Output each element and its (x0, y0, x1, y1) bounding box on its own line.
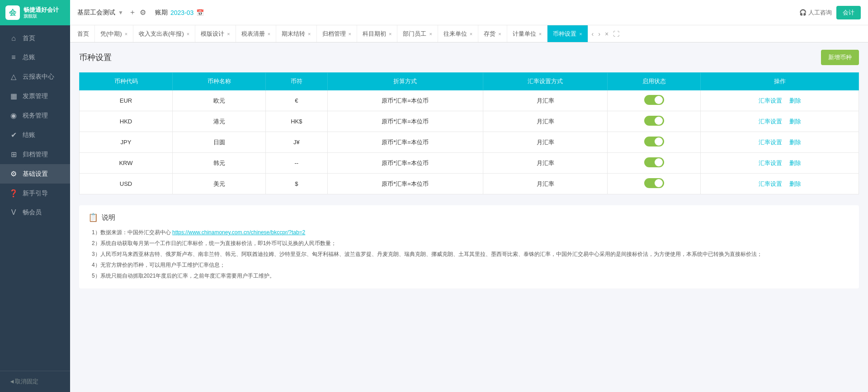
app-name: 畅捷通好会计 (24, 6, 59, 14)
toggle-enabled[interactable] (644, 178, 664, 188)
close-icon[interactable]: × (429, 31, 432, 37)
sidebar-item-guide[interactable]: ❓ 新手引导 (0, 184, 70, 203)
sidebar-item-reports[interactable]: △ 云报表中心 (0, 67, 70, 86)
app-logo: 会 畅捷通好会计 旗舰版 (0, 0, 70, 25)
tab-dept[interactable]: 部门员工 × (397, 25, 438, 43)
account-button[interactable]: 会计 (836, 6, 861, 19)
tab-income-report[interactable]: 收入支出表(年报) × (133, 25, 195, 43)
sidebar-label-tax: 税务管理 (23, 112, 48, 120)
sidebar-label-checkout: 结账 (23, 131, 35, 139)
close-icon[interactable]: × (227, 31, 230, 37)
tab-currency[interactable]: 币种设置 × (547, 25, 588, 43)
close-icon[interactable]: × (498, 31, 501, 37)
toggle-enabled[interactable] (644, 95, 664, 105)
chevron-down-icon: ▼ (118, 9, 123, 16)
sidebar-item-archive[interactable]: ⊞ 归档管理 (0, 145, 70, 164)
chinamoney-link[interactable]: https://www.chinamoney.com.cn/chinese/bk… (172, 229, 305, 236)
consult-button[interactable]: 🎧 人工咨询 (799, 9, 832, 17)
sidebar-item-invoice[interactable]: ▦ 发票管理 (0, 86, 70, 106)
sidebar-footer-pin[interactable]: ◄取消固定 (0, 371, 70, 392)
sidebar-label-settings: 基础设置 (23, 170, 48, 178)
sidebar-item-ledger[interactable]: ≡ 总账 (0, 48, 70, 67)
cell-code: EUR (80, 90, 173, 111)
tab-template[interactable]: 模版设计 × (195, 25, 236, 43)
close-icon[interactable]: × (470, 31, 472, 37)
cell-status (608, 153, 701, 174)
toggle-enabled[interactable] (644, 157, 664, 167)
delete-link[interactable]: 删除 (789, 180, 801, 187)
delete-link[interactable]: 删除 (789, 97, 801, 104)
delete-link[interactable]: 删除 (789, 118, 801, 125)
settings-gear-icon[interactable]: ⚙ (140, 8, 146, 17)
rate-setting-link[interactable]: 汇率设置 (759, 160, 782, 166)
cell-calc: 原币*汇率=本位币 (327, 132, 483, 153)
close-icon[interactable]: × (187, 31, 189, 37)
cell-actions: 汇率设置 删除 (701, 153, 859, 174)
sidebar-item-checkout[interactable]: ✔ 结账 (0, 125, 70, 145)
cell-code: KRW (80, 153, 173, 174)
close-icon[interactable]: × (308, 31, 311, 37)
sidebar-item-tax[interactable]: ◉ 税务管理 (0, 106, 70, 125)
delete-link[interactable]: 删除 (789, 139, 801, 146)
toggle-enabled[interactable] (644, 137, 664, 146)
cell-calc: 原币*汇率=本位币 (327, 153, 483, 174)
tab-archive[interactable]: 归档管理 × (317, 25, 357, 43)
rate-setting-link[interactable]: 汇率设置 (759, 180, 782, 187)
cell-code: HKD (80, 111, 173, 132)
close-icon[interactable]: × (349, 31, 351, 37)
guide-icon: ❓ (9, 189, 18, 198)
calendar-icon[interactable]: 📅 (196, 9, 204, 16)
close-icon[interactable]: × (389, 31, 392, 37)
close-icon[interactable]: × (579, 31, 582, 37)
main-area: 基层工会测试 ▼ ＋ ⚙ 账期 2023-03 📅 🎧 人工咨询 会计 首页 凭… (70, 0, 868, 392)
tab-label-currency: 币种设置 (553, 30, 576, 38)
close-icon[interactable]: × (268, 31, 270, 37)
tab-next-icon[interactable]: › (596, 29, 602, 38)
cell-rate-method: 月汇率 (483, 132, 608, 153)
tab-expand-icon[interactable]: ⛶ (611, 29, 621, 38)
close-icon[interactable]: × (125, 31, 127, 37)
tab-home[interactable]: 首页 (72, 25, 95, 43)
tab-subject[interactable]: 科目期初 × (357, 25, 397, 43)
sidebar-item-home[interactable]: ⌂ 首页 (0, 29, 70, 48)
close-icon[interactable]: × (539, 31, 542, 37)
sidebar-label-reports: 云报表中心 (23, 73, 54, 81)
tab-unit[interactable]: 计量单位 × (507, 25, 547, 43)
cell-calc: 原币*汇率=本位币 (327, 90, 483, 111)
tab-close-all-icon[interactable]: × (603, 29, 610, 38)
tab-counterpart[interactable]: 往来单位 × (438, 25, 478, 43)
toggle-enabled[interactable] (644, 116, 664, 126)
col-header-actions: 操作 (701, 73, 859, 90)
invoice-icon: ▦ (9, 92, 18, 100)
tab-tax[interactable]: 税表清册 × (236, 25, 276, 43)
sidebar-item-vip[interactable]: V 畅会员 (0, 203, 70, 222)
tab-period-end[interactable]: 期末结转 × (276, 25, 316, 43)
add-icon[interactable]: ＋ (129, 8, 136, 17)
tab-voucher[interactable]: 凭(中期) × (95, 25, 133, 43)
new-currency-button[interactable]: 新增币种 (821, 50, 859, 65)
note-icon: 📋 (88, 213, 98, 222)
tab-prev-icon[interactable]: ‹ (590, 29, 596, 38)
col-header-symbol: 币符 (266, 73, 327, 90)
table-row: EUR 欧元 € 原币*汇率=本位币 月汇率 汇率设置 删除 (80, 90, 859, 111)
sidebar-nav: ⌂ 首页 ≡ 总账 △ 云报表中心 ▦ 发票管理 ◉ 税务管理 ✔ 结账 ⊞ 归… (0, 25, 70, 371)
delete-link[interactable]: 删除 (789, 160, 801, 166)
rate-setting-link[interactable]: 汇率设置 (759, 97, 782, 104)
logo-icon: 会 (5, 5, 20, 20)
home-icon: ⌂ (9, 34, 18, 43)
tab-nav: ‹ › × ⛶ (590, 29, 622, 38)
tab-label-tax: 税表清册 (241, 30, 265, 38)
col-header-status: 启用状态 (608, 73, 701, 90)
tab-inventory[interactable]: 存货 × (478, 25, 507, 43)
rate-setting-link[interactable]: 汇率设置 (759, 118, 782, 125)
note-title: 说明 (102, 213, 115, 222)
cell-name: 港元 (173, 111, 266, 132)
project-selector[interactable]: 基层工会测试 ▼ (77, 9, 123, 17)
cell-symbol: J¥ (266, 132, 327, 153)
cell-rate-method: 月汇率 (483, 90, 608, 111)
cell-symbol: $ (266, 174, 327, 194)
sidebar-item-settings[interactable]: ⚙ 基础设置 (0, 164, 70, 184)
note-list: 1）数据来源：中国外汇交易中心 https://www.chinamoney.c… (88, 227, 850, 281)
rate-setting-link[interactable]: 汇率设置 (759, 139, 782, 146)
cell-symbol: -- (266, 153, 327, 174)
